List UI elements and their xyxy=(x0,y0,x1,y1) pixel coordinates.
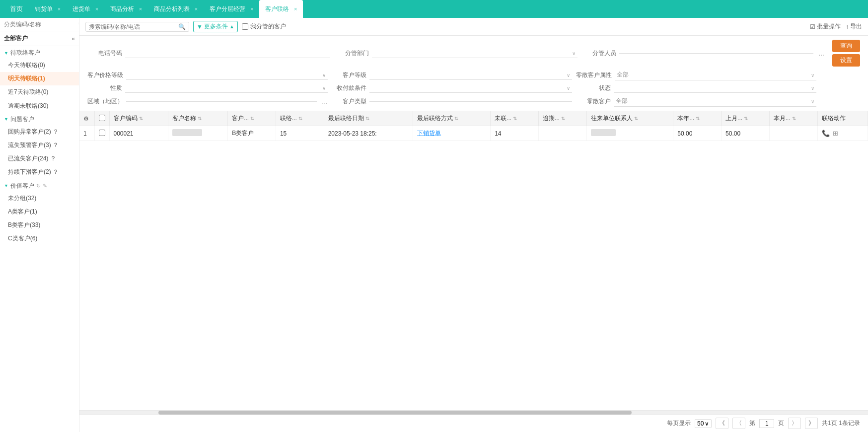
sidebar-item-declining[interactable]: 持续下滑客户(2) ？ xyxy=(0,165,79,179)
sidebar-item-class-c[interactable]: C类客户(6) xyxy=(0,232,79,245)
col-this-year-sort-icon[interactable]: ⇅ xyxy=(696,116,700,121)
sidebar-item-7day-contact[interactable]: 近7天待联络(0) xyxy=(0,85,79,99)
last-method-link[interactable]: 下销货单 xyxy=(417,130,441,137)
per-page-label: 每页显示 xyxy=(667,419,691,428)
phone-action-icon[interactable]: 📞 xyxy=(822,130,830,137)
batch-op-button[interactable]: ☑ 批量操作 xyxy=(810,22,841,31)
nav-product-analysis-close-icon[interactable]: × xyxy=(139,6,142,12)
col-contacts: 联络... ⇅ xyxy=(276,111,324,126)
col-contacts-sort-icon[interactable]: ⇅ xyxy=(298,116,302,121)
nav-purchase-order[interactable]: 进货单 × xyxy=(67,0,104,18)
settings-icon[interactable]: ⚙ xyxy=(83,115,89,122)
edit-icon[interactable]: ✎ xyxy=(43,183,47,189)
filter-person-label: 分管人员 xyxy=(581,49,616,58)
group-pending-contact[interactable]: 待联络客户 xyxy=(0,46,79,59)
last-page-button[interactable]: 》 xyxy=(805,418,818,429)
sidebar-item-overdue-contact[interactable]: 逾期未联络(30) xyxy=(0,99,79,113)
nav-customer-tier[interactable]: 客户分层经营 × xyxy=(204,0,259,18)
search-input[interactable] xyxy=(89,23,178,30)
filter-dept: 分管部门 xyxy=(334,49,577,58)
nav-product-analysis[interactable]: 商品分析 × xyxy=(104,0,148,18)
prev-page-button[interactable]: 〈 xyxy=(732,418,745,429)
col-name-sort-icon[interactable]: ⇅ xyxy=(198,116,202,121)
export-button[interactable]: ↑ 导出 xyxy=(846,22,862,31)
page-number-input[interactable] xyxy=(759,419,774,428)
nav-sales-close-icon[interactable]: × xyxy=(58,6,61,12)
query-button[interactable]: 查询 xyxy=(832,40,860,52)
filter-action-buttons: 查询 设置 xyxy=(832,40,860,67)
filter-region-dots[interactable]: ... xyxy=(322,97,328,105)
nav-product-analysis-list[interactable]: 商品分析列表 × xyxy=(148,0,204,18)
filter-scatter-customer: 零散客户 全部 xyxy=(576,96,816,107)
group-value-customers[interactable]: 价值客户 ↻ ✎ xyxy=(0,179,79,192)
next-page-button[interactable]: 〉 xyxy=(788,418,801,429)
nav-sales-order[interactable]: 销货单 × xyxy=(29,0,67,18)
select-all-checkbox[interactable] xyxy=(99,115,105,121)
filter-phone-input[interactable] xyxy=(125,49,330,58)
refresh-icon[interactable]: ↻ xyxy=(36,183,41,189)
col-last-month-sort-icon[interactable]: ⇅ xyxy=(744,116,748,121)
nav-customer-contact-close-icon[interactable]: × xyxy=(294,6,297,12)
col-not-contacted: 未联... ⇅ xyxy=(491,111,539,126)
search-icon[interactable]: 🔍 xyxy=(178,23,186,30)
col-overdue-sort-icon[interactable]: ⇅ xyxy=(561,116,565,121)
col-contact-person-sort-icon[interactable]: ⇅ xyxy=(634,116,638,121)
filter-row-4: 区域（地区） ... 客户类型 零散客户 全部 xyxy=(87,96,860,107)
sidebar-item-today-contact[interactable]: 今天待联络(0) xyxy=(0,59,79,72)
nav-customer-contact[interactable]: 客户联络 × xyxy=(259,0,303,18)
filter-nature-label: 性质 xyxy=(87,84,122,92)
sidebar-item-class-b[interactable]: B类客户(33) xyxy=(0,218,79,232)
batch-icon: ☑ xyxy=(810,23,815,30)
sidebar-search-input[interactable] xyxy=(4,21,78,28)
my-customers-checkbox-label[interactable]: 我分管的客户 xyxy=(242,22,286,31)
sidebar-item-tomorrow-contact[interactable]: 明天待联络(1) xyxy=(0,72,79,85)
horizontal-scrollbar[interactable] xyxy=(79,410,868,414)
filter-nature-select[interactable] xyxy=(125,83,328,93)
more-filter-button[interactable]: ▼ 更多条件 ▲ xyxy=(193,21,238,32)
first-page-button[interactable]: 《 xyxy=(716,418,728,429)
sidebar-item-class-a[interactable]: A类客户(1) xyxy=(0,205,79,218)
sidebar-item-loss-warning[interactable]: 流失预警客户(3) ？ xyxy=(0,139,79,152)
cell-last-date: 2023-05-23 18:25: xyxy=(324,126,413,141)
my-customers-checkbox[interactable] xyxy=(242,23,248,30)
cell-this-year: 50.00 xyxy=(673,126,722,141)
chevron-up-icon: ▲ xyxy=(229,24,234,29)
settings-button[interactable]: 设置 xyxy=(832,54,860,67)
filter-phone-label: 电话号码 xyxy=(87,49,122,58)
total-label: 共1页 1条记录 xyxy=(822,419,860,428)
filter-payment-select[interactable] xyxy=(369,83,572,93)
filter-customer-grade-select[interactable] xyxy=(369,71,572,80)
nav-customer-tier-close-icon[interactable]: × xyxy=(250,6,253,12)
export-icon: ↑ xyxy=(846,23,849,30)
scrollbar-thumb[interactable] xyxy=(158,411,632,415)
nav-product-list-close-icon[interactable]: × xyxy=(195,6,198,12)
grid-action-icon[interactable]: ⊞ xyxy=(833,130,838,137)
filter-price-grade-select[interactable] xyxy=(126,71,328,80)
filter-status-select[interactable] xyxy=(614,83,816,93)
col-not-contacted-label: 未联... xyxy=(495,114,511,123)
col-this-month-sort-icon[interactable]: ⇅ xyxy=(792,116,796,121)
collapse-icon[interactable]: « xyxy=(72,35,75,42)
filter-scatter-attr-select[interactable]: 全部 xyxy=(615,70,816,80)
sidebar-item-lost[interactable]: 已流失客户(24) ？ xyxy=(0,152,79,165)
per-page-select[interactable]: 50 ∨ xyxy=(695,419,712,428)
col-last-date-sort-icon[interactable]: ⇅ xyxy=(365,116,369,121)
col-not-contacted-sort-icon[interactable]: ⇅ xyxy=(513,116,517,121)
filter-phone: 电话号码 xyxy=(87,49,330,58)
sidebar-item-ungrouped[interactable]: 未分组(32) xyxy=(0,192,79,205)
col-last-method: 最后联络方式 ⇅ xyxy=(413,111,491,126)
nav-home[interactable]: 首页 xyxy=(4,0,29,18)
filter-person-dots[interactable]: ... xyxy=(818,49,824,57)
col-type-label: 客户... xyxy=(232,114,249,123)
filter-dept-select[interactable] xyxy=(372,49,577,58)
col-last-method-sort-icon[interactable]: ⇅ xyxy=(454,116,458,121)
group-problem-customers[interactable]: 问题客户 xyxy=(0,113,79,125)
col-contacts-label: 联络... xyxy=(280,114,297,123)
filter-nature: 性质 xyxy=(87,83,328,93)
nav-purchase-close-icon[interactable]: × xyxy=(95,6,98,12)
col-type-sort-icon[interactable]: ⇅ xyxy=(250,116,254,121)
row-checkbox[interactable] xyxy=(99,130,105,136)
sidebar-item-repurchase-abnormal[interactable]: 回购异常客户(2) ？ xyxy=(0,125,79,139)
filter-scatter-customer-select[interactable]: 全部 xyxy=(614,96,816,107)
col-code-sort-icon[interactable]: ⇅ xyxy=(139,116,143,121)
